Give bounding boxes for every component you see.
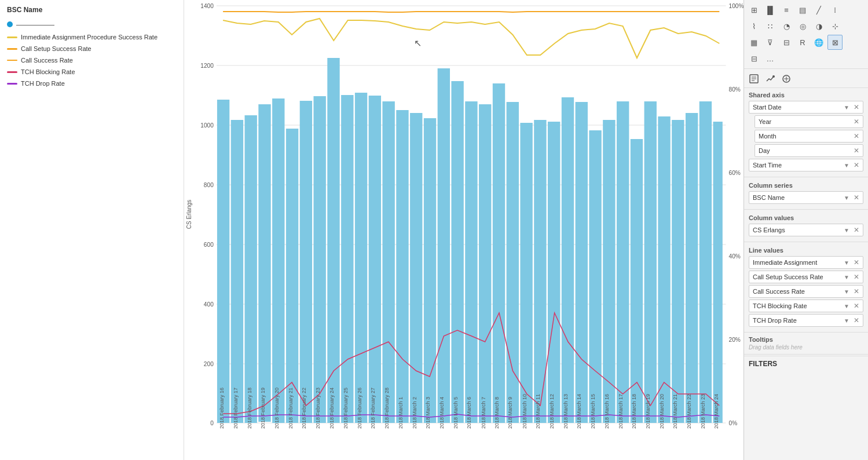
bar-15 xyxy=(410,113,422,423)
dropdown-icon-5[interactable]: ▼ xyxy=(844,260,849,266)
remove-tch-drop-icon[interactable]: ✕ xyxy=(854,316,859,324)
bar-30 xyxy=(617,101,629,423)
divider-3 xyxy=(744,242,868,242)
dropdown-icon-4[interactable]: ▼ xyxy=(844,227,849,233)
ribbon-icon-btn[interactable]: R xyxy=(795,35,810,50)
svg-text:2018 February 16: 2018 February 16 xyxy=(219,388,225,429)
field-month[interactable]: Month ✕ xyxy=(755,130,863,143)
dropdown-icon[interactable]: ▼ xyxy=(844,104,849,111)
scatter-icon-btn[interactable]: ∷ xyxy=(763,19,778,34)
gauge-icon-btn[interactable]: ◑ xyxy=(811,19,826,34)
field-call-success-rate[interactable]: Call Success Rate ▼ ✕ xyxy=(749,285,863,298)
dropdown-icon-2[interactable]: ▼ xyxy=(844,162,849,169)
svg-point-41 xyxy=(772,75,775,78)
pie-icon-btn[interactable]: ◔ xyxy=(779,19,794,34)
icon-row-1: ⊞ ▐▌ ≡ ▤ ╱ ⁞ xyxy=(746,2,866,17)
globe-icon-btn[interactable]: 🌐 xyxy=(811,35,826,50)
field-cs-erlangs[interactable]: CS Erlangs ▼ ✕ xyxy=(749,224,863,236)
drag-hint: Drag data fields here xyxy=(749,344,863,351)
kpi-icon-btn[interactable]: ⊟ xyxy=(746,51,761,66)
field-year-label: Year xyxy=(759,118,771,125)
remove-start-time-icon[interactable]: ✕ xyxy=(854,161,859,169)
svg-text:2018 February 19: 2018 February 19 xyxy=(260,388,266,429)
svg-text:2018 March 12: 2018 March 12 xyxy=(548,394,554,429)
bar-9 xyxy=(327,58,339,423)
y-right-60: 60% xyxy=(729,170,741,176)
legend-label-call-setup: Call Setup Success Rate xyxy=(21,45,91,52)
bar-29 xyxy=(603,120,615,423)
column-series-title: Column series xyxy=(749,182,863,189)
bar-16 xyxy=(424,118,436,423)
field-start-time[interactable]: Start Time ▼ ✕ xyxy=(749,159,863,171)
bar-5 xyxy=(272,98,284,423)
svg-text:2018 March 23: 2018 March 23 xyxy=(700,394,706,429)
bar-35 xyxy=(686,113,698,423)
field-month-label: Month xyxy=(759,133,777,140)
field-day[interactable]: Day ✕ xyxy=(755,144,863,157)
bar-36 xyxy=(699,101,712,423)
remove-immediate-icon[interactable]: ✕ xyxy=(854,258,859,266)
line-values-title: Line values xyxy=(749,247,863,254)
field-start-date-controls: ▼ ✕ xyxy=(843,103,859,111)
remove-start-date-icon[interactable]: ✕ xyxy=(854,103,859,111)
dropdown-icon-3[interactable]: ▼ xyxy=(844,195,849,201)
svg-text:2018 February 26: 2018 February 26 xyxy=(357,388,362,429)
svg-text:2018 March 18: 2018 March 18 xyxy=(631,394,637,429)
field-call-setup[interactable]: Call Setup Success Rate ▼ ✕ xyxy=(749,271,863,283)
remove-bsc-name-icon[interactable]: ✕ xyxy=(854,194,859,202)
svg-text:2018 March 10: 2018 March 10 xyxy=(522,394,528,429)
remove-call-setup-icon[interactable]: ✕ xyxy=(854,273,859,281)
bar-21 xyxy=(493,83,505,423)
combo-chart-icon-btn[interactable]: ⊠ xyxy=(827,35,843,50)
column-values-title: Column values xyxy=(749,214,863,221)
map-icon-btn[interactable]: ⊹ xyxy=(827,19,843,34)
stacked-bar-icon-btn[interactable]: ≡ xyxy=(779,2,794,17)
format-icon-btn[interactable] xyxy=(746,71,761,86)
field-bsc-name[interactable]: BSC Name ▼ ✕ xyxy=(749,191,863,204)
bar-37 xyxy=(713,122,723,423)
bars-group xyxy=(217,58,723,423)
dot-grid-icon-btn[interactable]: ⁞ xyxy=(827,2,843,17)
svg-text:2018 March 5: 2018 March 5 xyxy=(453,397,459,429)
dropdown-icon-6[interactable]: ▼ xyxy=(844,274,849,280)
remove-cs-erlangs-icon[interactable]: ✕ xyxy=(854,226,859,234)
y-label-0: 0 xyxy=(210,420,214,426)
remove-tch-blocking-icon[interactable]: ✕ xyxy=(854,302,859,310)
remove-month-icon[interactable]: ✕ xyxy=(854,132,859,140)
funnel-icon-btn[interactable]: ⊽ xyxy=(763,35,778,50)
bar-28 xyxy=(589,130,601,423)
bar-34 xyxy=(672,120,684,423)
100pct-bar-icon-btn[interactable]: ▤ xyxy=(795,2,810,17)
field-tch-blocking[interactable]: TCH Blocking Rate ▼ ✕ xyxy=(749,300,863,312)
donut-icon-btn[interactable]: ◎ xyxy=(795,19,810,34)
bar-2 xyxy=(231,120,243,423)
analytics-icon xyxy=(766,74,775,83)
y-right-100: 100% xyxy=(729,3,744,9)
field-immediate-assignment[interactable]: Immediate Assignment ▼ ✕ xyxy=(749,256,863,269)
shared-axis-section: Shared axis Start Date ▼ ✕ Year ✕ Month … xyxy=(744,88,868,176)
svg-text:2018 March 9: 2018 March 9 xyxy=(507,397,513,429)
dropdown-icon-7[interactable]: ▼ xyxy=(844,289,849,295)
field-year[interactable]: Year ✕ xyxy=(755,115,863,128)
line-chart-icon-btn[interactable]: ╱ xyxy=(811,2,826,17)
remove-day-icon[interactable]: ✕ xyxy=(854,147,859,155)
table-icon-btn[interactable]: ⊞ xyxy=(746,2,761,17)
y-right-20: 20% xyxy=(729,337,741,343)
remove-year-icon[interactable]: ✕ xyxy=(854,118,859,126)
bar-23 xyxy=(520,123,532,423)
remove-call-success-icon[interactable]: ✕ xyxy=(854,287,859,295)
field-start-date[interactable]: Start Date ▼ ✕ xyxy=(749,101,863,114)
treemap-icon-btn[interactable]: ▦ xyxy=(746,35,761,50)
bar-chart-icon-btn[interactable]: ▐▌ xyxy=(763,2,778,17)
waterfall-icon-btn[interactable]: ⊟ xyxy=(779,35,794,50)
fields-icon-btn[interactable] xyxy=(779,71,794,86)
legend-label-immediate: Immediate Assignment Procedure Success R… xyxy=(21,34,158,41)
dropdown-icon-9[interactable]: ▼ xyxy=(844,317,849,324)
more-visuals-btn[interactable]: … xyxy=(763,51,778,66)
svg-text:2018 February 20: 2018 February 20 xyxy=(274,388,280,429)
dropdown-icon-8[interactable]: ▼ xyxy=(844,303,849,309)
analytics-icon-btn[interactable] xyxy=(763,71,778,86)
area-chart-icon-btn[interactable]: ⌇ xyxy=(746,19,761,34)
field-tch-drop[interactable]: TCH Drop Rate ▼ ✕ xyxy=(749,314,863,327)
field-call-success-controls: ▼ ✕ xyxy=(843,287,859,295)
